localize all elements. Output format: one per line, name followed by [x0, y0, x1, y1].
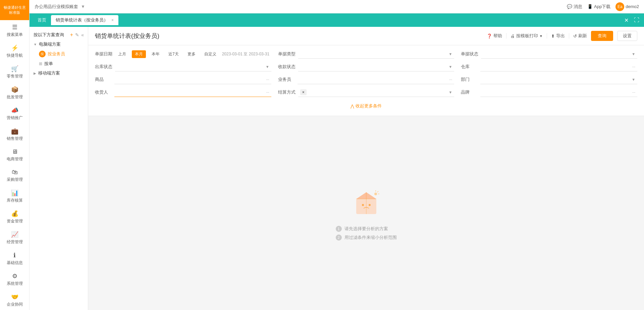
collapse-filters-button[interactable]: ⋀ 收起更多条件: [95, 100, 637, 112]
svg-point-4: [362, 204, 364, 206]
sidebar-item-经营管理[interactable]: 📈经营管理: [5, 227, 24, 248]
department-label: 部门: [461, 76, 478, 83]
hint-text-1: 请先选择要分析的方案: [344, 226, 388, 232]
page-title: 销货单统计表(按业务员): [95, 32, 159, 40]
sidebar-item-零售管理[interactable]: 🛒零售管理: [5, 62, 24, 83]
filter-item-doc-status: 单据状态 ▼: [461, 49, 637, 59]
export-button[interactable]: ⬆ 导出: [551, 33, 565, 39]
tab-close-icon[interactable]: ×: [111, 18, 114, 22]
filter-item-settlement: 结算方式 × ▼: [278, 88, 454, 97]
setting-button[interactable]: 设置: [617, 31, 637, 41]
sidebar-item-基础信息[interactable]: ℹ基础信息: [5, 248, 24, 269]
settlement-tag-x[interactable]: ×: [302, 90, 305, 95]
left-panel-header: 按以下方案查询 + ✎ «: [30, 30, 88, 40]
settlement-control[interactable]: × ▼: [298, 88, 454, 97]
message-action[interactable]: 💬 消息: [567, 4, 582, 10]
filter-row-1: 单据日期 上月 本月 本年 近7天 更多 自定义 2023-03-01 至 20…: [95, 49, 637, 59]
date-btn-this-month[interactable]: 本月: [132, 50, 146, 58]
edit-scheme-icon[interactable]: ✎: [75, 32, 79, 38]
divider3: [569, 33, 569, 39]
user-action[interactable]: Ea demo2: [615, 2, 639, 11]
breadcrumb-chevron-icon[interactable]: ▼: [81, 4, 85, 9]
app-download-label: App下载: [594, 4, 610, 10]
query-button[interactable]: 查询: [591, 31, 613, 41]
sidebar-item-企业协同[interactable]: 🤝企业协同: [5, 290, 24, 310]
date-btn-last-month[interactable]: 上月: [115, 50, 129, 58]
filter-row-4: 收货人 ··· 结算方式 × ▼: [95, 88, 637, 97]
app-download-action[interactable]: 📱 App下载: [587, 4, 610, 10]
date-btn-custom[interactable]: 自定义: [201, 50, 219, 58]
page-header: 销货单统计表(按业务员) ❓ 帮助 🖨 按模板打印 ▼ ⬆: [88, 27, 644, 45]
logo-subtext: 标准版: [9, 10, 20, 15]
sidebar-icon: 🛍: [12, 169, 18, 176]
salesperson-control[interactable]: ···: [298, 75, 454, 84]
sidebar-item-系统管理[interactable]: ⚙系统管理: [5, 269, 24, 290]
sidebar-icon: 📦: [11, 86, 18, 93]
help-icon: ❓: [487, 34, 492, 39]
print-button[interactable]: 🖨 按模板打印 ▼: [511, 33, 543, 39]
svg-line-9: [377, 191, 378, 192]
sidebar-icon: 🛒: [11, 65, 18, 72]
by-order-icon: ⊞: [39, 61, 42, 66]
doc-type-control[interactable]: ▼: [298, 49, 454, 59]
doc-status-label: 单据状态: [461, 51, 478, 57]
tree-section-desktop[interactable]: ▼ 电脑端方案: [30, 40, 88, 49]
sidebar-label: 快捷导航: [7, 53, 23, 58]
by-salesperson-icon: 按: [39, 51, 46, 57]
sidebar-label: 基础信息: [7, 260, 23, 266]
collection-status-control[interactable]: ▼: [298, 62, 454, 71]
sidebar-item-采购管理[interactable]: 🛍采购管理: [5, 165, 24, 186]
main-content: 销货单统计表(按业务员) ❓ 帮助 🖨 按模板打印 ▼ ⬆: [88, 27, 644, 310]
hint-num-1: 1: [336, 226, 342, 232]
sidebar-item-资金管理[interactable]: 💰资金管理: [5, 207, 24, 227]
sidebar-label: 经营管理: [7, 239, 23, 245]
sidebar-icon: 💰: [11, 210, 18, 217]
add-scheme-icon[interactable]: +: [70, 32, 73, 38]
tree-item-by-order[interactable]: ⊞ 按单: [30, 59, 88, 68]
tree-arrow-icon: ▼: [34, 43, 37, 46]
sidebar-item-销售管理[interactable]: 💼销售管理: [5, 124, 24, 145]
collapse-label: 收起更多条件: [356, 103, 382, 109]
goods-control[interactable]: ···: [114, 75, 271, 84]
sidebar-item-库存核算[interactable]: 📊库存核算: [5, 186, 24, 207]
tab-home[interactable]: 首页: [33, 15, 51, 25]
filter-item-department: 部门 ▼: [461, 75, 637, 84]
breadcrumb-text: 办公用品行业模拟账套: [35, 4, 78, 10]
sidebar-item-电商管理[interactable]: 🖥电商管理: [5, 145, 24, 165]
logo-text: 畅捷通好生意: [4, 5, 26, 10]
sidebar-item-搜索菜单[interactable]: ☰搜索菜单: [5, 20, 24, 41]
date-btn-7days[interactable]: 近7天: [165, 50, 182, 58]
date-btn-more[interactable]: 更多: [184, 50, 199, 58]
warehouse-control[interactable]: ···: [480, 62, 637, 71]
department-control[interactable]: ▼: [480, 75, 637, 84]
collapse-panel-icon[interactable]: «: [81, 32, 84, 38]
help-button[interactable]: ❓ 帮助: [487, 33, 502, 39]
sidebar-item-批发管理[interactable]: 📦批发管理: [5, 83, 24, 103]
out-status-control[interactable]: ▼: [115, 62, 271, 71]
tree-mobile-label: 移动端方案: [38, 70, 60, 76]
refresh-label: 刷新: [578, 33, 587, 39]
sidebar-label: 系统管理: [7, 281, 23, 287]
refresh-button[interactable]: ↺ 刷新: [573, 33, 587, 39]
filter-area: 单据日期 上月 本月 本年 近7天 更多 自定义 2023-03-01 至 20…: [88, 45, 644, 116]
sidebar-label: 电商管理: [7, 156, 23, 162]
brand-control[interactable]: ···: [480, 88, 637, 97]
left-panel-title: 按以下方案查询: [34, 32, 64, 38]
sidebar: 畅捷通好生意 标准版 ☰搜索菜单⚡快捷导航🛒零售管理📦批发管理📣营销推广💼销售管…: [0, 0, 30, 310]
sidebar-items-container: ☰搜索菜单⚡快捷导航🛒零售管理📦批发管理📣营销推广💼销售管理🖥电商管理🛍采购管理…: [5, 20, 24, 310]
empty-hints: 1 请先选择要分析的方案 2 用过滤条件来缩小分析范围: [336, 226, 397, 241]
tree-section-mobile[interactable]: ▶ 移动端方案: [30, 68, 88, 78]
sidebar-item-营销推广[interactable]: 📣营销推广: [5, 103, 24, 124]
sidebar-icon: 🖥: [12, 148, 18, 155]
doc-status-control[interactable]: ▼: [481, 49, 637, 59]
tab-close-window-button[interactable]: ✕: [623, 16, 630, 25]
date-btn-this-year[interactable]: 本年: [149, 50, 163, 58]
receiver-control[interactable]: ···: [114, 88, 271, 97]
print-chevron-icon: ▼: [539, 34, 543, 38]
tab-maximize-button[interactable]: ⛶: [633, 16, 641, 24]
tab-sales-stats[interactable]: 销货单统计表（按业务员） ×: [51, 15, 118, 25]
tab-sales-stats-label: 销货单统计表（按业务员）: [56, 17, 108, 23]
tree-item-by-salesperson[interactable]: 按 按业务员: [30, 49, 88, 59]
receiver-label: 收货人: [95, 89, 112, 95]
sidebar-item-快捷导航[interactable]: ⚡快捷导航: [5, 41, 24, 62]
